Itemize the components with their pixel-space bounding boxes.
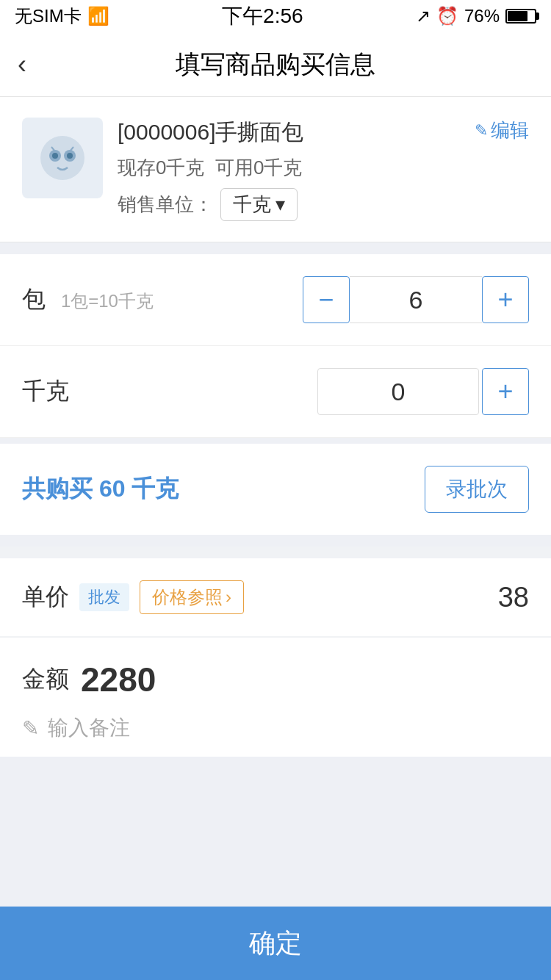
package-quantity-input[interactable]	[350, 276, 482, 323]
amount-section: 金额 2280 ✎ 输入备注	[0, 638, 551, 757]
amount-row: 金额 2280	[22, 660, 529, 699]
product-card: [0000006]手撕面包 ✎ 编辑 现存0千克 可用0千克 销售单位： 千克 …	[0, 97, 551, 242]
status-time: 下午2:56	[222, 2, 303, 30]
status-bar: 无SIM卡 📶 下午2:56 ↗ ⏰ 76%	[0, 0, 551, 32]
svg-point-0	[40, 136, 84, 180]
carrier-text: 无SIM卡	[15, 4, 82, 28]
package-increment-button[interactable]: +	[482, 276, 529, 323]
product-top-row: [0000006]手撕面包 ✎ 编辑	[118, 118, 529, 155]
battery-icon	[505, 9, 536, 24]
back-button[interactable]: ‹	[18, 49, 26, 80]
price-value: 38	[498, 582, 529, 613]
note-row[interactable]: ✎ 输入备注	[22, 714, 529, 742]
status-left: 无SIM卡 📶	[15, 4, 109, 28]
amount-label: 金额	[22, 663, 69, 696]
total-row: 共购买 60 千克 录批次	[0, 438, 551, 535]
alarm-icon: ⏰	[436, 6, 458, 26]
package-quantity-control: − +	[303, 276, 529, 323]
kilogram-quantity-input[interactable]	[317, 368, 479, 415]
pencil-icon: ✎	[22, 716, 39, 741]
page-title: 填写商品购买信息	[176, 48, 375, 82]
wifi-icon: 📶	[87, 6, 109, 26]
battery-percent: 76%	[464, 6, 500, 26]
kilogram-increment-button[interactable]: +	[482, 368, 529, 415]
chevron-right-icon: ›	[226, 587, 231, 608]
total-text: 共购买 60 千克	[22, 473, 179, 505]
unit-selector[interactable]: 千克 ▾	[220, 188, 298, 221]
edit-button[interactable]: ✎ 编辑	[475, 118, 529, 143]
product-stock: 现存0千克 可用0千克	[118, 155, 529, 181]
status-right: ↗ ⏰ 76%	[416, 6, 536, 26]
package-row: 包 1包=10千克 − +	[0, 254, 551, 346]
product-image	[22, 118, 103, 198]
kilogram-label: 千克	[22, 375, 317, 408]
price-reference-button[interactable]: 价格参照 ›	[140, 580, 244, 614]
kilogram-quantity-control: +	[317, 368, 529, 415]
product-unit-row: 销售单位： 千克 ▾	[118, 188, 529, 221]
svg-point-4	[67, 153, 73, 159]
section-separator-2	[0, 535, 551, 547]
package-label: 包 1包=10千克	[22, 284, 303, 316]
nav-bar: ‹ 填写商品购买信息	[0, 32, 551, 97]
price-label: 单价	[22, 581, 69, 613]
package-hint: 1包=10千克	[61, 291, 154, 311]
product-name: [0000006]手撕面包	[118, 118, 303, 148]
location-icon: ↗	[416, 6, 431, 26]
price-type-tag: 批发	[79, 583, 129, 611]
package-decrement-button[interactable]: −	[303, 276, 350, 323]
price-section: 单价 批发 价格参照 › 38	[0, 558, 551, 636]
price-label-row: 单价 批发 价格参照 ›	[22, 580, 244, 614]
note-placeholder: 输入备注	[48, 714, 130, 742]
quantity-section: 包 1包=10千克 − + 千克 +	[0, 254, 551, 438]
total-amount: 60	[99, 475, 126, 502]
confirm-button[interactable]: 确定	[0, 907, 551, 980]
chevron-down-icon: ▾	[276, 193, 285, 216]
amount-value: 2280	[81, 660, 156, 699]
svg-point-3	[52, 153, 58, 159]
product-info: [0000006]手撕面包 ✎ 编辑 现存0千克 可用0千克 销售单位： 千克 …	[118, 118, 529, 221]
section-separator-1	[0, 242, 551, 254]
kilogram-row: 千克 +	[0, 346, 551, 438]
record-batch-button[interactable]: 录批次	[425, 466, 529, 513]
